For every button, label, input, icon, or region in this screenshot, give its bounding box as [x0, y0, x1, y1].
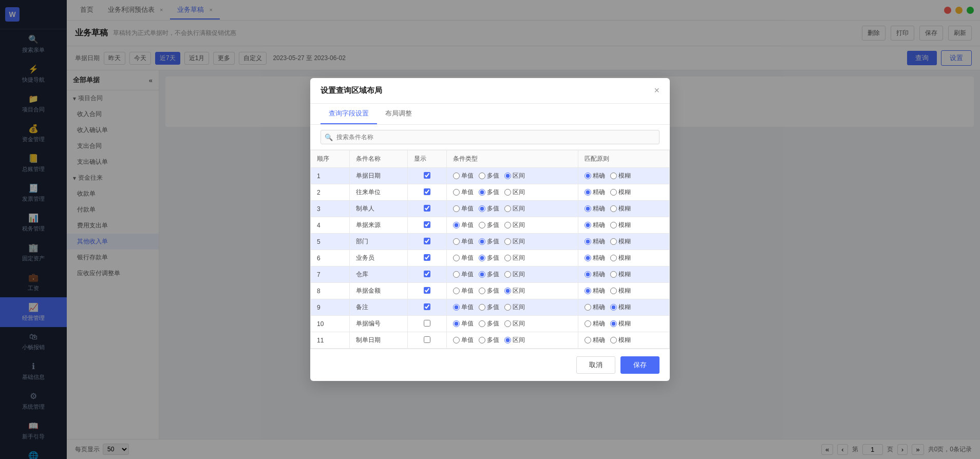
- type-radio-label[interactable]: 区间: [504, 319, 525, 328]
- type-radio[interactable]: [479, 173, 485, 179]
- type-radio[interactable]: [479, 205, 485, 212]
- row-show-checkbox[interactable]: [424, 320, 430, 327]
- type-radio[interactable]: [453, 173, 460, 179]
- type-radio[interactable]: [479, 288, 485, 294]
- match-radio[interactable]: [585, 205, 591, 212]
- type-radio-label[interactable]: 单值: [453, 171, 474, 180]
- type-radio-label[interactable]: 区间: [504, 221, 525, 230]
- cancel-button[interactable]: 取消: [576, 356, 615, 374]
- type-radio[interactable]: [453, 337, 460, 343]
- match-radio[interactable]: [610, 255, 617, 261]
- row-show-checkbox[interactable]: [424, 188, 430, 195]
- type-radio-label[interactable]: 单值: [453, 204, 474, 213]
- type-radio-label[interactable]: 多值: [479, 270, 499, 279]
- type-radio-label[interactable]: 多值: [479, 286, 499, 295]
- type-radio-label[interactable]: 区间: [504, 286, 525, 295]
- match-radio-label[interactable]: 模糊: [610, 286, 631, 295]
- match-radio[interactable]: [610, 222, 617, 228]
- row-show-checkbox[interactable]: [424, 254, 430, 261]
- match-radio-label[interactable]: 模糊: [610, 319, 631, 328]
- type-radio-label[interactable]: 单值: [453, 188, 474, 197]
- type-radio[interactable]: [453, 189, 460, 196]
- type-radio[interactable]: [453, 255, 460, 261]
- type-radio-label[interactable]: 多值: [479, 171, 499, 180]
- row-show-checkbox[interactable]: [424, 238, 430, 244]
- match-radio[interactable]: [610, 337, 617, 343]
- match-radio[interactable]: [610, 288, 617, 294]
- type-radio[interactable]: [453, 271, 460, 278]
- match-radio-label[interactable]: 精确: [585, 188, 605, 197]
- match-radio-label[interactable]: 精确: [585, 270, 605, 279]
- match-radio[interactable]: [610, 238, 617, 245]
- type-radio[interactable]: [479, 189, 485, 196]
- type-radio-label[interactable]: 单值: [453, 270, 474, 279]
- match-radio-label[interactable]: 精确: [585, 237, 605, 246]
- type-radio-label[interactable]: 多值: [479, 204, 499, 213]
- type-radio-label[interactable]: 单值: [453, 254, 474, 262]
- type-radio[interactable]: [504, 255, 511, 261]
- type-radio-label[interactable]: 多值: [479, 303, 499, 312]
- match-radio[interactable]: [585, 337, 591, 343]
- type-radio[interactable]: [479, 271, 485, 278]
- type-radio-label[interactable]: 多值: [479, 188, 499, 197]
- type-radio[interactable]: [504, 238, 511, 245]
- type-radio[interactable]: [504, 205, 511, 212]
- type-radio-label[interactable]: 单值: [453, 319, 474, 328]
- match-radio-label[interactable]: 精确: [585, 319, 605, 328]
- match-radio[interactable]: [610, 173, 617, 179]
- match-radio-label[interactable]: 模糊: [610, 254, 631, 262]
- type-radio-label[interactable]: 多值: [479, 221, 499, 230]
- type-radio[interactable]: [453, 205, 460, 212]
- type-radio-label[interactable]: 区间: [504, 237, 525, 246]
- match-radio[interactable]: [610, 189, 617, 196]
- type-radio[interactable]: [453, 288, 460, 294]
- type-radio[interactable]: [453, 304, 460, 311]
- match-radio-label[interactable]: 模糊: [610, 188, 631, 197]
- row-show-checkbox[interactable]: [424, 172, 430, 179]
- type-radio[interactable]: [479, 222, 485, 228]
- type-radio[interactable]: [504, 173, 511, 179]
- match-radio-label[interactable]: 精确: [585, 221, 605, 230]
- type-radio-label[interactable]: 多值: [479, 254, 499, 262]
- type-radio-label[interactable]: 多值: [479, 319, 499, 328]
- match-radio[interactable]: [585, 320, 591, 327]
- modal-search-input[interactable]: [321, 130, 659, 144]
- type-radio-label[interactable]: 多值: [479, 237, 499, 246]
- type-radio-label[interactable]: 区间: [504, 254, 525, 262]
- match-radio[interactable]: [610, 304, 617, 311]
- type-radio[interactable]: [504, 189, 511, 196]
- type-radio-label[interactable]: 单值: [453, 286, 474, 295]
- match-radio-label[interactable]: 精确: [585, 286, 605, 295]
- type-radio[interactable]: [504, 304, 511, 311]
- type-radio[interactable]: [504, 320, 511, 327]
- type-radio[interactable]: [479, 304, 485, 311]
- match-radio-label[interactable]: 精确: [585, 336, 605, 345]
- type-radio-label[interactable]: 单值: [453, 237, 474, 246]
- match-radio[interactable]: [585, 173, 591, 179]
- match-radio[interactable]: [585, 255, 591, 261]
- match-radio-label[interactable]: 模糊: [610, 221, 631, 230]
- type-radio[interactable]: [504, 288, 511, 294]
- type-radio-label[interactable]: 区间: [504, 270, 525, 279]
- match-radio-label[interactable]: 精确: [585, 303, 605, 312]
- type-radio-label[interactable]: 单值: [453, 221, 474, 230]
- match-radio-label[interactable]: 模糊: [610, 270, 631, 279]
- modal-tab-fields[interactable]: 查询字段设置: [321, 104, 377, 124]
- type-radio[interactable]: [479, 238, 485, 245]
- match-radio-label[interactable]: 模糊: [610, 204, 631, 213]
- type-radio-label[interactable]: 区间: [504, 336, 525, 345]
- match-radio[interactable]: [585, 189, 591, 196]
- type-radio[interactable]: [479, 337, 485, 343]
- modal-tab-layout[interactable]: 布局调整: [377, 104, 420, 124]
- type-radio[interactable]: [453, 238, 460, 245]
- match-radio-label[interactable]: 精确: [585, 254, 605, 262]
- type-radio-label[interactable]: 区间: [504, 204, 525, 213]
- row-show-checkbox[interactable]: [424, 303, 430, 310]
- row-show-checkbox[interactable]: [424, 221, 430, 228]
- type-radio[interactable]: [479, 320, 485, 327]
- match-radio-label[interactable]: 模糊: [610, 237, 631, 246]
- type-radio-label[interactable]: 区间: [504, 171, 525, 180]
- type-radio[interactable]: [453, 320, 460, 327]
- type-radio-label[interactable]: 区间: [504, 188, 525, 197]
- match-radio-label[interactable]: 模糊: [610, 336, 631, 345]
